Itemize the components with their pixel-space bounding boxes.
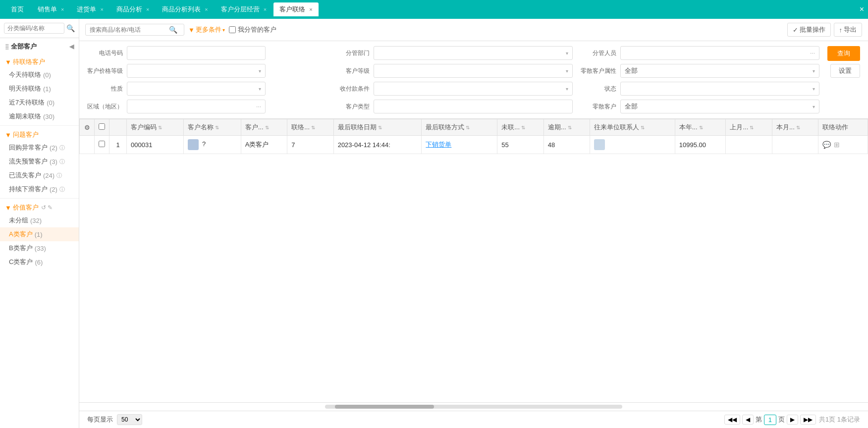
sidebar-search-icon[interactable]: 🔍 [66, 24, 75, 32]
row-checkbox[interactable] [99, 141, 105, 147]
sidebar-repurchase-abnormal[interactable]: 回购异常客户 (2) ⓘ [0, 141, 79, 155]
filter-search-input[interactable] [90, 26, 169, 33]
close-analysis-tab[interactable]: × [146, 2, 149, 16]
batch-ops-icon: ✓ [793, 26, 798, 34]
close-customer-ops-tab[interactable]: × [264, 2, 267, 16]
filter-payment-select[interactable]: ▾ [374, 82, 573, 96]
row-name-cell[interactable]: ? [184, 136, 241, 154]
more-conditions-button[interactable]: ▼ 更多条件 ▾ [188, 25, 225, 34]
filter-nature-select[interactable]: ▾ [127, 82, 266, 96]
col-header-last-month[interactable]: 上月... ⇅ [726, 119, 772, 136]
filter-retail-attr: 零散客户属性 全部 ▾ [581, 64, 819, 78]
info-icon-3: ⓘ [56, 172, 62, 179]
col-header-this-month[interactable]: 本月... ⇅ [772, 119, 818, 136]
filter-region-input[interactable]: ··· [127, 100, 266, 113]
row-last-method-cell[interactable]: 下销货单 [422, 136, 497, 154]
filter-dept-select[interactable]: ▾ [374, 46, 573, 60]
batch-ops-button[interactable]: ✓ 批量操作 [787, 23, 831, 37]
sidebar-overdue-contact[interactable]: 逾期未联络 (30) [0, 109, 79, 123]
col-header-gear[interactable]: ⚙ [80, 119, 95, 136]
sidebar-search-input[interactable] [4, 23, 64, 34]
col-header-last-date[interactable]: 最后联络日期 ⇅ [333, 119, 422, 136]
nav-customer-ops[interactable]: 客户分层经营 × [215, 2, 272, 16]
sidebar-churned[interactable]: 已流失客户 (24) ⓘ [0, 168, 79, 182]
filter-status-select[interactable]: ▾ [620, 82, 819, 96]
prev-page-button[interactable]: ◀ [742, 415, 754, 425]
col-header-type[interactable]: 客户... ⇅ [241, 119, 287, 136]
edit-icon[interactable]: ✎ [48, 204, 53, 211]
sidebar-today-contact[interactable]: 今天待联络 (0) [0, 68, 79, 82]
col-header-last-method[interactable]: 最后联络方式 ⇅ [422, 119, 497, 136]
last-page-button[interactable]: ▶▶ [800, 415, 816, 425]
page-size-select[interactable]: 50 100 200 [117, 414, 142, 425]
filter-manager-input[interactable]: ··· [620, 46, 819, 60]
my-customers-checkbox[interactable]: 我分管的客户 [229, 25, 276, 34]
row-code-cell[interactable]: 000031 [127, 136, 184, 154]
top-nav: 首页 销售单 × 进货单 × 商品分析 × 商品分析列表 × 客户分层经营 × … [0, 0, 868, 19]
col-header-this-year[interactable]: 本年... ⇅ [675, 119, 726, 136]
settings-button[interactable]: 设置 [830, 64, 860, 78]
sidebar-declining[interactable]: 持续下滑客户 (2) ⓘ [0, 182, 79, 196]
close-purchase-tab[interactable]: × [100, 2, 103, 16]
sidebar-collapse-icon[interactable]: ◀ [69, 43, 74, 50]
sidebar-class-c[interactable]: C类客户 (6) [0, 255, 79, 269]
col-header-unit-contact[interactable]: 往来单位联系人 ⇅ [590, 119, 675, 136]
nav-home[interactable]: 首页 [4, 5, 31, 14]
collapse-arrow[interactable]: ▼ [5, 58, 11, 66]
chat-icon[interactable]: 💬 [822, 141, 831, 149]
sidebar-class-b[interactable]: B类客户 (33) [0, 241, 79, 255]
first-page-button[interactable]: ◀◀ [724, 415, 740, 425]
filter-phone: 电话号码 [87, 46, 326, 60]
filter-dept: 分管部门 ▾ [334, 46, 573, 60]
col-header-name[interactable]: 客户名称 ⇅ [184, 119, 241, 136]
current-page[interactable]: 1 [764, 415, 776, 425]
nav-customer-contact[interactable]: 客户联络 × [273, 2, 318, 16]
filter-region: 区域（地区） ··· [87, 100, 326, 113]
filter-customer-type-input[interactable] [374, 100, 573, 113]
close-all-tabs[interactable]: × [860, 5, 864, 14]
collapse-arrow-2[interactable]: ▼ [5, 131, 11, 139]
nav-analysis[interactable]: 商品分析 × [110, 2, 155, 16]
row-gear-cell [80, 136, 95, 154]
select-all-checkbox[interactable] [99, 123, 105, 130]
filter-price-level-select[interactable]: ▾ [127, 64, 266, 78]
col-header-code[interactable]: 客户编码 ⇅ [127, 119, 184, 136]
export-button[interactable]: ↑ 导出 [834, 23, 863, 37]
horizontal-scrollbar[interactable] [79, 402, 868, 411]
nav-analysis-list[interactable]: 商品分析列表 × [156, 2, 214, 16]
advanced-filter-section: 电话号码 分管部门 ▾ 分管人员 [79, 41, 868, 119]
customer-table: ⚙ 客户编码 ⇅ [79, 119, 868, 154]
row-check-cell[interactable] [95, 136, 109, 154]
sidebar-7days-contact[interactable]: 近7天待联络 (0) [0, 96, 79, 109]
all-customers-header[interactable]: ⣿ 全部客户 ◀ [0, 38, 79, 55]
sidebar-class-a[interactable]: A类客户 (1) [0, 227, 79, 241]
close-sales-tab[interactable]: × [61, 2, 64, 16]
col-header-no-contact[interactable]: 未联... ⇅ [497, 119, 543, 136]
col-header-check[interactable] [95, 119, 109, 136]
nav-purchase[interactable]: 进货单 × [71, 2, 109, 16]
scroll-thumb[interactable] [335, 405, 434, 409]
close-customer-contact-tab[interactable]: × [309, 2, 312, 16]
refresh-icon[interactable]: ↺ [41, 204, 46, 211]
collapse-arrow-3[interactable]: ▼ [5, 204, 11, 212]
filter-customer-level-select[interactable]: ▾ [374, 64, 573, 78]
footer-right: ◀◀ ◀ 第 1 页 ▶ ▶▶ 共1页 1条记录 [724, 415, 860, 425]
my-customers-check[interactable] [229, 26, 236, 33]
filter-phone-input[interactable] [127, 46, 266, 60]
sidebar-ungrouped[interactable]: 未分组 (32) [0, 214, 79, 227]
col-header-overdue[interactable]: 逾期... ⇅ [543, 119, 590, 136]
sidebar-churn-warning[interactable]: 流失预警客户 (3) ⓘ [0, 155, 79, 168]
next-page-button[interactable]: ▶ [787, 415, 798, 425]
col-header-contact[interactable]: 联络... ⇅ [287, 119, 333, 136]
query-button[interactable]: 查询 [827, 46, 860, 61]
sidebar-tomorrow-contact[interactable]: 明天待联络 (1) [0, 82, 79, 96]
filter-search-icon[interactable]: 🔍 [169, 26, 177, 34]
sort-this-year-icon: ⇅ [699, 125, 703, 130]
filter-retail-attr-select[interactable]: 全部 ▾ [620, 64, 819, 78]
nav-sales[interactable]: 销售单 × [32, 2, 70, 16]
row-overdue-cell: 48 [543, 136, 590, 154]
filter-retail-select[interactable]: 全部 ▾ [620, 100, 819, 113]
row-this-month-cell [772, 136, 818, 154]
link-icon[interactable]: ⊞ [834, 141, 840, 149]
close-analysis-list-tab[interactable]: × [205, 2, 208, 16]
